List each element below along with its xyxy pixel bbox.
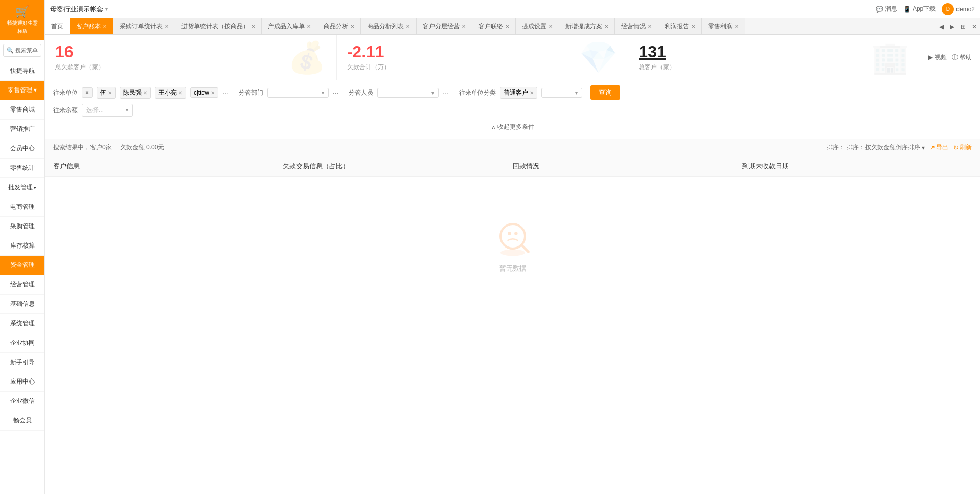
dept-filter-extra[interactable]: ···	[333, 88, 339, 97]
filter-tag-unit-wang[interactable]: 王小亮 ✕	[155, 87, 186, 99]
sidebar-item-wechat-work[interactable]: 企业微信	[0, 392, 44, 411]
tab-product-analysis-list[interactable]: 商品分析列表 ✕	[361, 18, 417, 34]
store-name: 母婴行业演示帐套	[50, 5, 103, 14]
help-link[interactable]: ⓘ 帮助	[952, 53, 972, 62]
unit-filter-label: 往来单位	[53, 88, 78, 97]
user-menu[interactable]: D demo2	[942, 3, 975, 15]
sort-selector[interactable]: 排序：排序：按欠款金额倒序排序 ▾	[827, 143, 925, 152]
sidebar-item-system-mgmt[interactable]: 系统管理	[0, 314, 44, 333]
user-avatar: D	[942, 3, 954, 15]
tab-next-button[interactable]: ▶	[947, 21, 958, 32]
close-icon[interactable]: ✕	[735, 24, 739, 29]
close-icon[interactable]: ✕	[604, 24, 608, 29]
close-icon[interactable]: ✕	[103, 24, 107, 29]
tab-purchase-stats-by-product[interactable]: 进货单统计表（按商品） ✕	[175, 18, 262, 34]
sidebar-item-quick-nav[interactable]: 快捷导航	[0, 61, 44, 81]
sidebar-item-retail-mall[interactable]: 零售商城	[0, 100, 44, 120]
tab-customer-tier-ops[interactable]: 客户分层经营 ✕	[417, 18, 472, 34]
tab-business-overview[interactable]: 经营情况 ✕	[615, 18, 658, 34]
filter-tag-unit-cjttcw[interactable]: cjttcw ✕	[190, 87, 218, 98]
main-area: 母婴行业演示帐套 ▾ 💬 消息 📱 App下载 D demo2 首页 客户账本	[45, 0, 980, 494]
table-col-customer-info: 客户信息	[53, 162, 283, 171]
person-filter-extra[interactable]: ···	[443, 88, 449, 97]
sidebar-item-finance[interactable]: 资金管理	[0, 256, 44, 275]
filter-tag-unit-cjttcw-close[interactable]: ✕	[211, 90, 215, 96]
sidebar-item-wholesale-mgmt[interactable]: 批发管理 ▾	[0, 178, 44, 197]
app-download-button[interactable]: 📱 App下载	[903, 5, 936, 13]
data-table: 客户信息 欠款交易信息（占比） 回款情况 到期未收款日期	[45, 156, 980, 330]
category-chevron-icon: ▾	[575, 90, 578, 96]
sidebar-item-member-center[interactable]: 会员中心	[0, 139, 44, 159]
category-filter-select[interactable]: ▾	[541, 88, 582, 98]
user-name: demo2	[956, 6, 975, 13]
filter-more-tags[interactable]: ···	[222, 88, 229, 97]
tab-prev-button[interactable]: ◀	[936, 21, 947, 32]
sidebar-item-inventory[interactable]: 库存核算	[0, 236, 44, 256]
collapse-filter-button[interactable]: ∧ 收起更多条件	[53, 121, 972, 133]
person-filter-select[interactable]: ▾	[377, 88, 439, 98]
help-icon: ⓘ	[952, 53, 958, 62]
filter-tag-unit-wang-close[interactable]: ✕	[178, 90, 183, 96]
dept-filter-select[interactable]: ▾	[267, 88, 329, 98]
tab-close-all-button[interactable]: ✕	[969, 21, 980, 32]
sidebar-item-retail-mgmt[interactable]: 零售管理 ▾	[0, 81, 44, 100]
sidebar-item-marketing[interactable]: 营销推广	[0, 120, 44, 139]
balance-filter-select[interactable]: 选择... ▾	[82, 104, 133, 117]
message-button[interactable]: 💬 消息	[876, 5, 897, 13]
filter-tag-unit-wu-close[interactable]: ✕	[108, 90, 112, 96]
tab-retail-profit[interactable]: 零售利润 ✕	[702, 18, 745, 34]
sidebar-item-business-mgmt[interactable]: 经营管理	[0, 275, 44, 295]
sidebar-item-app-center[interactable]: 应用中心	[0, 372, 44, 392]
close-icon[interactable]: ✕	[549, 24, 553, 29]
sidebar-search-button[interactable]: 🔍 搜索菜单	[3, 44, 41, 57]
close-icon[interactable]: ✕	[406, 24, 410, 29]
tab-new-commission-plan[interactable]: 新增提成方案 ✕	[559, 18, 615, 34]
filter-tag-unit-cjttcw-label: cjttcw	[194, 89, 209, 96]
refresh-button[interactable]: ↻ 刷新	[953, 143, 972, 152]
query-button[interactable]: 查询	[590, 85, 620, 100]
sidebar-item-vip[interactable]: 畅会员	[0, 411, 44, 431]
filter-tag-category-normal[interactable]: 普通客户 ✕	[500, 87, 537, 99]
person-chevron-icon: ▾	[431, 90, 434, 96]
close-icon[interactable]: ✕	[462, 24, 466, 29]
empty-icon	[492, 218, 533, 259]
logo-icon: 🛒	[15, 5, 29, 18]
sidebar-item-ecommerce[interactable]: 电商管理	[0, 197, 44, 217]
export-button[interactable]: ↗ 导出	[930, 143, 948, 152]
tab-product-analysis[interactable]: 商品分析 ✕	[317, 18, 361, 34]
filter-tag-unit-x[interactable]: ×	[82, 87, 93, 98]
tab-customer-ledger[interactable]: 客户账本 ✕	[70, 18, 113, 34]
filter-tag-unit-wu[interactable]: 伍 ✕	[97, 87, 116, 99]
close-icon[interactable]: ✕	[350, 24, 354, 29]
close-icon[interactable]: ✕	[691, 24, 695, 29]
refresh-icon: ↻	[953, 144, 959, 151]
sort-value: 排序：按欠款金额倒序排序	[847, 143, 920, 152]
sidebar-item-enterprise-collab[interactable]: 企业协同	[0, 333, 44, 353]
video-help-link[interactable]: ▶ 视频	[928, 53, 947, 62]
close-icon[interactable]: ✕	[307, 24, 311, 29]
close-icon[interactable]: ✕	[165, 24, 169, 29]
export-icon: ↗	[930, 144, 935, 151]
sidebar-item-basic-info[interactable]: 基础信息	[0, 295, 44, 314]
tab-more-button[interactable]: ⊞	[958, 21, 969, 32]
sidebar-item-procurement[interactable]: 采购管理	[0, 217, 44, 236]
store-selector[interactable]: 母婴行业演示帐套 ▾	[50, 5, 108, 14]
balance-chevron-icon: ▾	[126, 107, 128, 113]
sidebar-item-new-guide[interactable]: 新手引导	[0, 353, 44, 372]
tab-home[interactable]: 首页	[45, 18, 70, 34]
filter-tag-unit-chen-close[interactable]: ✕	[143, 90, 147, 96]
tab-purchase-order-stats[interactable]: 采购订单统计表 ✕	[113, 18, 175, 34]
close-icon[interactable]: ✕	[251, 24, 255, 29]
close-icon[interactable]: ✕	[505, 24, 509, 29]
filter-tag-unit-chen[interactable]: 陈民强 ✕	[120, 87, 151, 99]
tab-purchase-order-stats-label: 采购订单统计表	[120, 22, 163, 31]
filter-tag-category-close[interactable]: ✕	[530, 90, 534, 96]
tab-profit-report[interactable]: 利润报告 ✕	[658, 18, 702, 34]
tab-commission-settings-label: 提成设置	[522, 22, 546, 31]
tab-finished-goods-in[interactable]: 产成品入库单 ✕	[262, 18, 317, 34]
tab-commission-settings[interactable]: 提成设置 ✕	[516, 18, 559, 34]
tab-customer-contact[interactable]: 客户联络 ✕	[472, 18, 516, 34]
person-filter-label: 分管人员	[349, 88, 373, 97]
close-icon[interactable]: ✕	[648, 24, 652, 29]
sidebar-item-retail-stats[interactable]: 零售统计	[0, 159, 44, 178]
